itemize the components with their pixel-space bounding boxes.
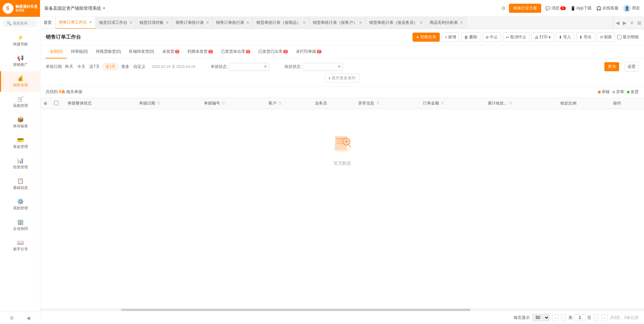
last-page-btn[interactable]: » bbox=[601, 314, 607, 321]
config-icon[interactable]: ⚙ bbox=[44, 101, 47, 106]
delete-btn[interactable]: 🗑 删除 bbox=[461, 32, 480, 42]
sort-number-icon[interactable]: ⇅ bbox=[222, 101, 225, 106]
sort-customer-icon[interactable]: ⇅ bbox=[278, 101, 282, 106]
th-date[interactable]: 单据日期 ⇅ bbox=[136, 98, 201, 109]
app-download-action[interactable]: 📱 App下载 bbox=[570, 5, 592, 11]
tabs-close-all-btn[interactable]: ⊠ bbox=[636, 20, 643, 26]
sidebar-item-finance[interactable]: 💳 资金管理 bbox=[0, 133, 40, 153]
sidebar-search-area[interactable]: 🔍 搜索菜单 bbox=[0, 17, 40, 30]
tab-cash-reconcile[interactable]: 钱货日清对账 ✕ bbox=[136, 17, 172, 29]
sidebar-item-quick[interactable]: ⚡ 快捷导航 bbox=[0, 30, 40, 51]
tabs-scroll-right-btn[interactable]: ▶ bbox=[621, 20, 628, 26]
sidebar-item-basic[interactable]: 📋 基础信息 bbox=[0, 174, 40, 194]
print-btn[interactable]: 🖨 打印 ▾ bbox=[531, 32, 554, 42]
close-tab-cash-daily[interactable]: ✕ bbox=[129, 21, 132, 25]
per-page-select[interactable]: 50 10 20 100 bbox=[532, 314, 550, 321]
query-btn[interactable]: 查询 bbox=[604, 62, 619, 71]
system-dropdown[interactable]: ▾ bbox=[103, 6, 105, 10]
sidebar-item-sales[interactable]: 💰 销售管理 bbox=[0, 71, 40, 92]
th-abnormal[interactable]: 异常信息 ⇅ bbox=[355, 98, 420, 109]
export-btn[interactable]: ⬆ 导出 bbox=[576, 32, 595, 42]
subtab-shipped-out[interactable]: 已发货已出库 0 bbox=[254, 46, 292, 58]
tab-sales-stat[interactable]: 销售订单统计表 ✕ bbox=[172, 17, 213, 29]
close-tab-cash-reconcile[interactable]: ✕ bbox=[166, 21, 169, 25]
tab-sales-order[interactable]: 销售订单工作台 ✕ bbox=[55, 17, 96, 29]
tabs-scroll-left-btn[interactable]: ◀ bbox=[614, 20, 621, 26]
tab-cash-daily[interactable]: 钱货日清工作台 ✕ bbox=[96, 17, 136, 29]
tab-sales-exec[interactable]: 销售订单执行表 ✕ bbox=[213, 17, 253, 29]
date-more-btn[interactable]: 更多 bbox=[120, 63, 131, 70]
gear-icon[interactable]: ⚙ bbox=[501, 5, 506, 11]
ship-action-btn[interactable]: 发货 bbox=[627, 89, 639, 95]
scrollbar-thumb[interactable] bbox=[121, 309, 470, 311]
smart-generate-btn[interactable]: ✦ 智能生单 bbox=[413, 33, 440, 42]
th-customer[interactable]: 客户 ⇅ bbox=[265, 98, 311, 109]
expand-filter-btn[interactable]: ▾ 展开更多条件 bbox=[325, 74, 359, 83]
th-checkbox[interactable] bbox=[51, 98, 64, 109]
prev-page-btn[interactable]: ‹ bbox=[561, 314, 566, 321]
refresh-btn[interactable]: ↺ 刷新 bbox=[597, 32, 615, 42]
collapse-sidebar-btn[interactable]: ◀ bbox=[27, 315, 30, 321]
subtab-not-printed[interactable]: 未打印单据 0 bbox=[292, 46, 326, 58]
date-today-btn[interactable]: 今天 bbox=[76, 63, 87, 70]
subtab-wangpu[interactable]: 旺铺待发货(0) bbox=[125, 46, 158, 58]
sidebar-item-enterprise[interactable]: 🏢 企业协同 bbox=[0, 215, 40, 235]
payment-select[interactable] bbox=[303, 63, 343, 71]
import-btn[interactable]: ⬇ 导入 bbox=[556, 32, 574, 42]
horizontal-scrollbar[interactable] bbox=[40, 308, 644, 311]
add-btn[interactable]: + 新增 bbox=[442, 32, 459, 42]
close-tab-margin-analysis[interactable]: ✕ bbox=[460, 21, 463, 25]
sort-date-icon[interactable]: ⇅ bbox=[157, 101, 160, 106]
date-1month-btn[interactable]: 近1月 bbox=[102, 63, 119, 70]
th-number[interactable]: 单据编号 ⇅ bbox=[201, 98, 265, 109]
sidebar-item-inventory[interactable]: 📦 库存核算 bbox=[0, 112, 40, 133]
settings-footer-btn[interactable]: ⚙ bbox=[10, 315, 14, 321]
message-action[interactable]: 💬 消息 6 bbox=[545, 5, 566, 11]
tab-sales-stat-prod[interactable]: 销货单统计表（按商品） ✕ bbox=[253, 17, 309, 29]
close-tab-sales-stat-prod[interactable]: ✕ bbox=[303, 21, 306, 25]
cancel-stop-btn[interactable]: ↩ 取消中止 bbox=[503, 32, 529, 42]
stop-btn[interactable]: ⊘ 中止 bbox=[482, 32, 501, 42]
page-input[interactable] bbox=[574, 314, 586, 321]
date-custom-btn[interactable]: 自定义 bbox=[132, 63, 147, 70]
search-input-area[interactable]: 🔍 搜索菜单 bbox=[3, 19, 37, 27]
sidebar-item-purchase[interactable]: 🛒 采购管理 bbox=[0, 92, 40, 112]
sort-abnormal-icon[interactable]: ⇅ bbox=[376, 101, 380, 106]
subtab-not-shipped[interactable]: 未发货 0 bbox=[158, 46, 184, 58]
select-all-checkbox[interactable] bbox=[54, 101, 58, 105]
sidebar-item-guide[interactable]: 📖 新手引导 bbox=[0, 235, 40, 256]
date-yesterday-btn[interactable]: 昨天 bbox=[64, 63, 75, 70]
status-select[interactable] bbox=[229, 63, 269, 71]
tabs-close-current-btn[interactable]: ✕ bbox=[629, 20, 635, 26]
sort-received-icon[interactable]: ⇅ bbox=[509, 101, 512, 106]
date-7days-btn[interactable]: 近7天 bbox=[88, 63, 101, 70]
subtab-shipped-not-out[interactable]: 已发货未出库 0 bbox=[217, 46, 255, 58]
user-menu[interactable]: 👤 用友 bbox=[623, 5, 640, 12]
close-tab-sales-stat-cust[interactable]: ✕ bbox=[359, 21, 362, 25]
th-received[interactable]: 累计收款... ⇅ bbox=[484, 98, 557, 109]
next-page-btn[interactable]: › bbox=[594, 314, 599, 321]
sort-amount-icon[interactable]: ⇅ bbox=[441, 101, 444, 106]
filter-settings-btn[interactable]: 设置 bbox=[625, 62, 639, 72]
tab-margin-analysis[interactable]: 商品毛利分析表 ✕ bbox=[426, 17, 467, 29]
subtab-pending-review[interactable]: 待审核(0) bbox=[67, 46, 92, 58]
tab-sales-stat-cust[interactable]: 销货单统计表（按客户） ✕ bbox=[309, 17, 366, 29]
subtab-pending-inspect[interactable]: 待拣货验货(0) bbox=[92, 46, 125, 58]
close-tab-sales-stat[interactable]: ✕ bbox=[206, 21, 209, 25]
th-amount[interactable]: 订单金额 ⇅ bbox=[420, 98, 484, 109]
industry-btn[interactable]: 体验行业方案 bbox=[509, 4, 541, 13]
subtab-all[interactable]: 全部(0) bbox=[46, 46, 67, 58]
unreviewed-btn[interactable]: 弃审 bbox=[612, 89, 624, 95]
sidebar-item-operation[interactable]: 📊 经营管理 bbox=[0, 153, 40, 174]
close-tab-sales-stat-staff[interactable]: ✕ bbox=[420, 21, 423, 25]
th-config[interactable]: ⚙ bbox=[40, 98, 51, 109]
first-page-btn[interactable]: « bbox=[552, 314, 558, 321]
show-detail-checkbox[interactable]: 显示明细 bbox=[617, 34, 639, 40]
sidebar-item-marketing[interactable]: 📢 营销推广 bbox=[0, 51, 40, 71]
close-tab-sales-order[interactable]: ✕ bbox=[89, 20, 92, 25]
online-service-action[interactable]: 🎧 在线客服 bbox=[596, 5, 618, 11]
close-tab-sales-exec[interactable]: ✕ bbox=[246, 21, 249, 25]
subtab-overdue-not-shipped[interactable]: 到期未发货 0 bbox=[183, 46, 217, 58]
tab-sales-stat-staff[interactable]: 销货单统计表（按业务员） ✕ bbox=[366, 17, 426, 29]
review-btn[interactable]: 审核 bbox=[598, 89, 610, 95]
